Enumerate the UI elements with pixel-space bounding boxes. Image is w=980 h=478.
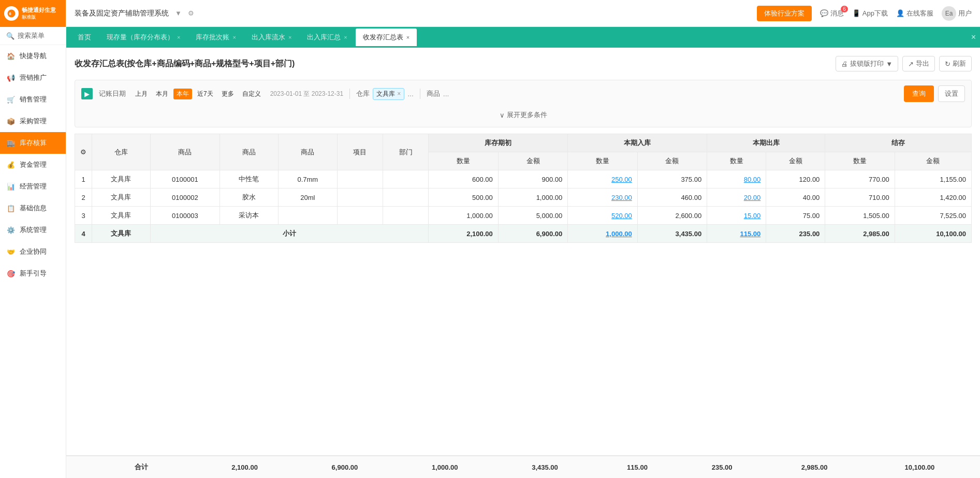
row2-end-amt: 1,420.00	[895, 189, 971, 207]
cart-icon: 🛒	[6, 95, 16, 104]
sidebar-item-finance[interactable]: 💰 资金管理	[0, 154, 66, 176]
service-action[interactable]: 👤 在线客服	[896, 9, 933, 18]
gear-icon[interactable]: ⚙	[188, 9, 194, 17]
col-project: 项目	[337, 134, 383, 170]
megaphone-icon: 📢	[6, 73, 16, 82]
date-option-last-month[interactable]: 上月	[132, 89, 151, 99]
sidebar-item-sales[interactable]: 🛒 销售管理	[0, 89, 66, 110]
date-option-this-year[interactable]: 本年	[173, 89, 192, 99]
sidebar: 6 畅捷通好生意 标准版 🔍 搜索菜单 🏠 快捷导航 📢 营销推广 🛒 销售管理…	[0, 0, 66, 478]
row3-out-qty[interactable]: 15.00	[707, 207, 766, 225]
row3-name: 采访本	[220, 207, 279, 225]
tab-close-batch-voucher[interactable]: ×	[232, 34, 236, 40]
tab-inout-flow[interactable]: 出入库流水 ×	[244, 28, 299, 46]
sidebar-item-system[interactable]: ⚙️ 系统管理	[0, 219, 66, 241]
date-options: 上月 本月 本年 近7天 更多 自定义	[132, 89, 264, 99]
row3-warehouse: 文具库	[92, 207, 151, 225]
message-action[interactable]: 💬 消息 6	[820, 9, 844, 18]
sidebar-item-inventory[interactable]: 🏬 库存核算	[0, 132, 66, 154]
page-title-bar: 收发存汇总表(按仓库+商品编码+商品+规格型号+项目+部门) 🖨 拔锁版打印 ▼…	[75, 56, 972, 71]
row3-end-amt: 7,525.00	[895, 207, 971, 225]
subtotal-no: 4	[75, 225, 92, 243]
tab-home[interactable]: 首页	[70, 28, 98, 46]
date-filter-label: 记账日期	[99, 89, 126, 98]
row3-end-qty: 1,505.00	[825, 207, 895, 225]
row1-code: 0100001	[150, 170, 220, 189]
refresh-button[interactable]: ↻ 刷新	[939, 56, 972, 71]
subtotal-warehouse: 文具库	[92, 225, 151, 243]
user-action[interactable]: Ea 用户	[942, 6, 972, 21]
date-option-7days[interactable]: 近7天	[194, 89, 216, 99]
finance-icon: 💰	[6, 160, 16, 169]
col-warehouse: 仓库	[92, 134, 151, 170]
nav-label-operations: 经营管理	[20, 182, 47, 191]
app-download-action[interactable]: 📱 App下载	[852, 9, 888, 18]
row1-no: 1	[75, 170, 92, 189]
tab-close-inout-flow[interactable]: ×	[288, 34, 291, 40]
row2-out-qty[interactable]: 20.00	[707, 189, 766, 207]
sidebar-item-guide[interactable]: 🎯 新手引导	[0, 263, 66, 284]
tab-close-inout-summary[interactable]: ×	[344, 34, 347, 40]
row2-open-qty: 500.00	[429, 189, 498, 207]
subtotal-out-qty[interactable]: 115.00	[707, 225, 766, 243]
print-icon: 🖨	[841, 60, 848, 68]
tab-inventory-dist[interactable]: 现存量（库存分布表） ×	[99, 28, 187, 46]
date-option-custom[interactable]: 自定义	[239, 89, 264, 99]
subtotal-out-amt: 235.00	[766, 225, 825, 243]
query-button[interactable]: 查询	[904, 85, 934, 102]
system-select-icon: ▼	[175, 9, 182, 17]
try-button[interactable]: 体验行业方案	[757, 6, 812, 21]
row3-in-qty[interactable]: 520.00	[568, 207, 637, 225]
message-badge: 6	[841, 6, 848, 12]
tab-close-recv-send-summary[interactable]: ×	[406, 34, 409, 40]
sidebar-item-enterprise[interactable]: 🤝 企业协同	[0, 241, 66, 263]
sidebar-item-marketing[interactable]: 📢 营销推广	[0, 67, 66, 89]
filter-separator-1	[349, 89, 350, 99]
warehouse-ellipsis[interactable]: ...	[407, 90, 414, 98]
app-label: App下载	[862, 9, 888, 18]
print-button[interactable]: 🖨 拔锁版打印 ▼	[836, 56, 898, 71]
row1-end-qty: 770.00	[825, 170, 895, 189]
filter-expand-button[interactable]: ▶	[81, 88, 93, 99]
sidebar-item-basic-info[interactable]: 📋 基础信息	[0, 197, 66, 219]
tab-recv-send-summary[interactable]: 收发存汇总表 ×	[356, 28, 417, 46]
search-menu[interactable]: 🔍 搜索菜单	[0, 27, 66, 45]
col-group-end: 结存	[825, 134, 972, 152]
row2-code: 0100002	[150, 189, 220, 207]
footer-label: 合计	[129, 460, 195, 474]
footer-table: 合计 2,100.00 6,900.00 1,000.00 3,435.00 1…	[71, 460, 975, 474]
logo-subtitle: 标准版	[22, 14, 56, 21]
goods-ellipsis[interactable]: ...	[443, 90, 449, 98]
date-option-more[interactable]: 更多	[218, 89, 237, 99]
warehouse-filter: 仓库 文具库 × ...	[356, 88, 414, 100]
system-title: 装备及固定资产辅助管理系统	[75, 9, 169, 18]
row2-dept	[383, 189, 429, 207]
sidebar-item-purchase[interactable]: 📦 采购管理	[0, 110, 66, 132]
row1-in-qty[interactable]: 250.00	[568, 170, 637, 189]
export-button[interactable]: ↗ 导出	[902, 56, 935, 71]
goods-filter: 商品 ...	[427, 89, 449, 98]
tab-batch-voucher[interactable]: 库存批次账 ×	[188, 28, 243, 46]
sidebar-item-quick-nav[interactable]: 🏠 快捷导航	[0, 45, 66, 67]
row2-in-qty[interactable]: 230.00	[568, 189, 637, 207]
date-option-this-month[interactable]: 本月	[153, 89, 171, 99]
expand-more-button[interactable]: ∨ 展开更多条件	[81, 108, 965, 122]
row3-no: 3	[75, 207, 92, 225]
row2-end-qty: 710.00	[825, 189, 895, 207]
tab-inout-summary[interactable]: 出入库汇总 ×	[300, 28, 354, 46]
setting-button[interactable]: 设置	[938, 85, 965, 102]
tab-bar-close-icon[interactable]: ×	[971, 33, 976, 42]
sidebar-item-operations[interactable]: 📊 经营管理	[0, 176, 66, 197]
col-out-amt: 金额	[766, 152, 825, 170]
svg-point-0	[8, 10, 16, 18]
col-in-qty: 数量	[568, 152, 637, 170]
tab-close-inventory-dist[interactable]: ×	[177, 34, 180, 40]
row1-out-qty[interactable]: 80.00	[707, 170, 766, 189]
warehouse-tag-close[interactable]: ×	[397, 90, 401, 97]
row3-spec	[278, 207, 337, 225]
data-table: ⚙ 仓库 商品 商品 商品 项目 部门 库存期初 本期入库 本期出库 结存 数量	[75, 134, 972, 243]
subtotal-label: 小计	[150, 225, 429, 243]
avatar: Ea	[942, 6, 956, 21]
row3-project	[337, 207, 383, 225]
subtotal-in-qty[interactable]: 1,000.00	[568, 225, 637, 243]
